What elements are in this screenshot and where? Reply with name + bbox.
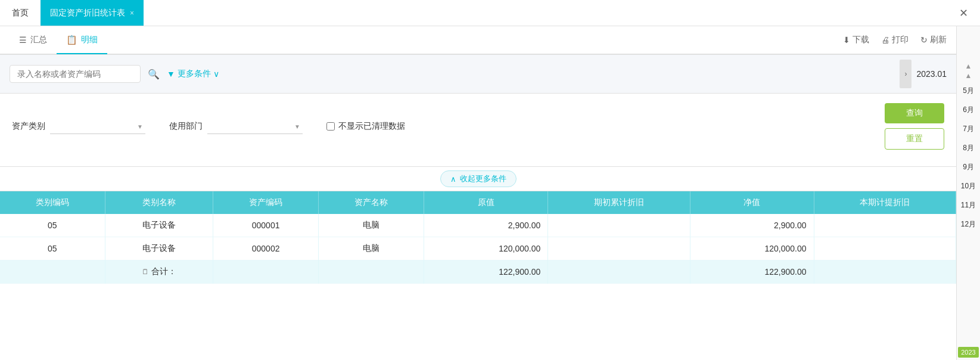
table-cell: 000001 (213, 214, 319, 237)
col-header-asset-name: 资产名称 (319, 191, 424, 214)
table-header-row: 类别编码 类别名称 资产编码 资产名称 原值 期初累计折旧 净值 本期计提折旧 (0, 191, 956, 214)
month-item[interactable]: 5月 (958, 81, 979, 100)
chevron-up-icon: ▲ (965, 62, 972, 70)
summary-icon: ☰ (19, 35, 27, 45)
asset-category-label: 资产类别 (12, 121, 45, 132)
department-select[interactable] (207, 119, 303, 134)
col-header-asset-code: 资产编码 (213, 191, 319, 214)
search-icon[interactable]: 🔍 (148, 69, 160, 80)
main-content: ☰ 汇总 📋 明细 ⬇ 下载 🖨 打印 ↻ 刷新 (0, 26, 980, 360)
summary-label: 汇总 (30, 35, 47, 45)
col-header-net-value: 净值 (690, 191, 814, 214)
refresh-icon: ↻ (920, 35, 928, 45)
more-conditions-label: 更多条件 (178, 69, 211, 79)
table-cell: 电子设备 (105, 237, 213, 260)
total-cell (213, 260, 319, 284)
total-cell (0, 260, 105, 284)
table-cell: 电脑 (319, 237, 424, 260)
filter-row: 资产类别 使用部门 (12, 103, 944, 150)
refresh-button[interactable]: ↻ 刷新 (920, 35, 947, 45)
month-item[interactable]: 10月 (958, 176, 979, 195)
table-total-row: 🗒合计：122,900.00122,900.00 (0, 260, 956, 284)
more-conditions-button[interactable]: ▼ 更多条件 ∨ (167, 69, 219, 79)
tab-close-icon[interactable]: × (130, 9, 134, 17)
tab-summary[interactable]: ☰ 汇总 (10, 27, 57, 54)
right-panel: ▲ ▲ 5月6月7月8月9月10月11月12月 2023 (956, 26, 980, 360)
asset-category-select[interactable] (50, 119, 145, 134)
search-bar: 🔍 ▼ 更多条件 ∨ › 2023.01 (0, 55, 956, 94)
collapse-conditions-button[interactable]: ∧ 收起更多条件 (440, 170, 517, 187)
collapse-label: 收起更多条件 (460, 173, 506, 184)
total-cell: 122,900.00 (690, 260, 814, 284)
month-item[interactable]: 6月 (958, 100, 979, 119)
top-nav: 首页 固定资产折旧统计表 × ✕ (0, 0, 980, 26)
exclude-cleared-label: 不显示已清理数据 (338, 121, 405, 132)
asset-category-select-wrapper (50, 119, 145, 134)
department-select-wrapper (207, 119, 303, 134)
table-cell (814, 237, 956, 260)
print-button[interactable]: 🖨 打印 (881, 35, 909, 45)
collapse-side-panel-button[interactable]: › (900, 60, 911, 88)
table-row: 05电子设备000002电脑120,000.00120,000.00 (0, 237, 956, 260)
search-input[interactable] (10, 65, 141, 83)
month-item[interactable]: 8月 (958, 138, 979, 157)
col-header-original-value: 原值 (424, 191, 548, 214)
table-cell: 05 (0, 237, 105, 260)
table-cell (548, 214, 690, 237)
chevron-right-icon: › (904, 70, 907, 78)
year-badge: 2023 (958, 347, 978, 358)
left-panel: ☰ 汇总 📋 明细 ⬇ 下载 🖨 打印 ↻ 刷新 (0, 26, 956, 360)
col-header-category-code: 类别编码 (0, 191, 105, 214)
month-item[interactable]: 9月 (958, 157, 979, 176)
print-label: 打印 (892, 35, 909, 45)
asset-category-filter: 资产类别 (12, 119, 145, 134)
data-table: 类别编码 类别名称 资产编码 资产名称 原值 期初累计折旧 净值 本期计提折旧 … (0, 191, 956, 284)
toolbar: ☰ 汇总 📋 明细 ⬇ 下载 🖨 打印 ↻ 刷新 (0, 26, 956, 55)
month-item[interactable]: 11月 (958, 195, 979, 215)
chevron-down-icon: ∨ (213, 69, 219, 79)
toolbar-actions: ⬇ 下载 🖨 打印 ↻ 刷新 (843, 35, 947, 45)
table-cell: 120,000.00 (424, 237, 548, 260)
detail-icon: 📋 (66, 35, 77, 45)
print-icon: 🖨 (881, 35, 889, 45)
chevron-up-icon-2: ▲ (965, 72, 972, 80)
filter-buttons: 查询 重置 (885, 103, 944, 150)
total-cell (548, 260, 690, 284)
tab-detail[interactable]: 📋 明细 (57, 27, 107, 54)
table-cell: 2,900.00 (424, 214, 548, 237)
home-tab[interactable]: 首页 (0, 0, 41, 26)
total-icon: 🗒 (142, 268, 149, 276)
detail-label: 明细 (81, 35, 98, 45)
table-cell: 电脑 (319, 214, 424, 237)
col-header-accumulated-depreciation: 期初累计折旧 (548, 191, 690, 214)
download-label: 下载 (853, 35, 869, 45)
tab-title: 固定资产折旧统计表 (50, 8, 125, 18)
filter-area: 资产类别 使用部门 (0, 94, 956, 167)
query-button[interactable]: 查询 (885, 103, 944, 123)
total-cell (319, 260, 424, 284)
exclude-cleared-checkbox[interactable] (326, 122, 335, 131)
table-cell: 05 (0, 214, 105, 237)
total-cell: 🗒合计： (105, 260, 213, 284)
scroll-up-button[interactable]: ▲ ▲ (965, 62, 972, 80)
table-cell (548, 237, 690, 260)
month-item[interactable]: 12月 (958, 215, 979, 234)
table-cell: 2,900.00 (690, 214, 814, 237)
table-row: 05电子设备000001电脑2,900.002,900.00 (0, 214, 956, 237)
collapse-bar: ∧ 收起更多条件 (0, 167, 956, 191)
month-item[interactable]: 7月 (958, 119, 979, 138)
reset-button[interactable]: 重置 (885, 128, 944, 150)
table-cell: 120,000.00 (690, 237, 814, 260)
month-list: 5月6月7月8月9月10月11月12月 (958, 81, 979, 234)
download-button[interactable]: ⬇ 下载 (843, 35, 869, 45)
total-cell: 122,900.00 (424, 260, 548, 284)
active-tab[interactable]: 固定资产折旧统计表 × (41, 0, 144, 26)
refresh-label: 刷新 (930, 35, 947, 45)
department-filter: 使用部门 (169, 119, 303, 134)
table-cell: 电子设备 (105, 214, 213, 237)
download-icon: ⬇ (843, 35, 850, 45)
table-area: 类别编码 类别名称 资产编码 资产名称 原值 期初累计折旧 净值 本期计提折旧 … (0, 191, 956, 360)
window-close-button[interactable]: ✕ (947, 0, 980, 26)
total-cell (814, 260, 956, 284)
filter-icon: ▼ (167, 69, 175, 79)
